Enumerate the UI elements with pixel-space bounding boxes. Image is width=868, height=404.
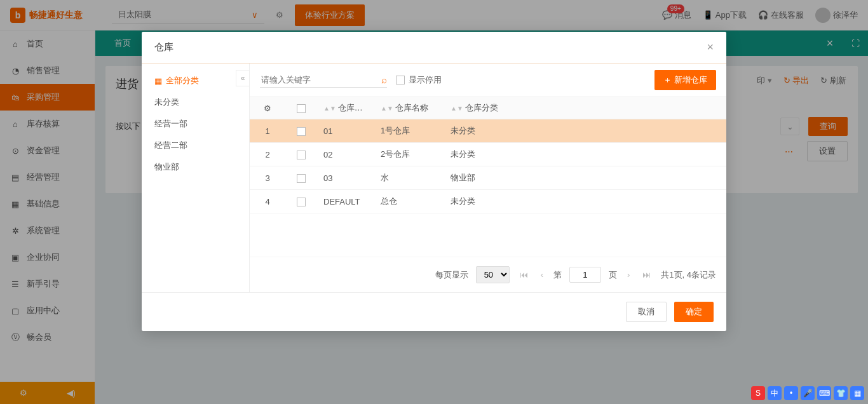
row-code: 02 xyxy=(317,143,374,166)
modal-overlay: 仓库 × « ▦全部分类 未分类 经营一部 经营二部 物业部 ⌕ xyxy=(0,0,868,404)
sort-icon: ▲▼ xyxy=(381,105,393,112)
table-row[interactable]: 1 01 1号仓库 未分类 xyxy=(250,119,726,143)
table-header-row: ⚙ ▲▼仓库… ▲▼仓库名称 ▲▼仓库分类 xyxy=(250,97,726,119)
collapse-left-icon[interactable]: « xyxy=(236,70,250,86)
ime-key-icon[interactable]: • xyxy=(784,386,798,400)
search-icon[interactable]: ⌕ xyxy=(381,74,387,85)
per-page-select[interactable]: 50 xyxy=(476,266,510,283)
page-prefix: 第 xyxy=(553,269,562,281)
row-checkbox[interactable] xyxy=(285,190,317,213)
ime-key-icon[interactable]: 中 xyxy=(768,386,782,400)
row-name: 总仓 xyxy=(374,190,444,213)
category-item[interactable]: 经营二部 xyxy=(142,135,249,156)
row-code: 03 xyxy=(317,166,374,190)
add-warehouse-button[interactable]: ＋ 新增仓库 xyxy=(654,70,716,90)
row-checkbox[interactable] xyxy=(285,119,317,143)
ime-toolbar: S 中 • 🎤 ⌨ 👕 ▦ xyxy=(751,386,864,400)
row-category: 未分类 xyxy=(444,190,726,213)
sort-icon: ▲▼ xyxy=(451,105,463,112)
table-row[interactable]: 4 DEFAULT 总仓 未分类 xyxy=(250,190,726,213)
warehouse-table: ⚙ ▲▼仓库… ▲▼仓库名称 ▲▼仓库分类 1 01 1号仓库 xyxy=(250,97,726,213)
pager-summary: 共1页, 4条记录 xyxy=(661,269,716,281)
warehouse-modal: 仓库 × « ▦全部分类 未分类 经营一部 经营二部 物业部 ⌕ xyxy=(142,32,726,331)
category-all[interactable]: ▦全部分类 xyxy=(142,70,249,91)
row-category: 未分类 xyxy=(444,143,726,166)
row-category: 未分类 xyxy=(444,119,726,143)
show-disabled-checkbox[interactable]: 显示停用 xyxy=(396,74,442,86)
category-item[interactable]: 物业部 xyxy=(142,156,249,178)
row-category: 物业部 xyxy=(444,166,726,190)
table-toolbar: ⌕ 显示停用 ＋ 新增仓库 xyxy=(250,70,726,97)
table-row[interactable]: 3 03 水 物业部 xyxy=(250,166,726,190)
table-row[interactable]: 2 02 2号仓库 未分类 xyxy=(250,143,726,166)
ime-mic-icon[interactable]: 🎤 xyxy=(801,386,815,400)
modal-title: 仓库 xyxy=(154,41,173,53)
col-code[interactable]: ▲▼仓库… xyxy=(317,97,374,119)
prev-page-icon[interactable]: ‹ xyxy=(538,270,546,279)
checkbox-icon xyxy=(396,76,405,84)
row-name: 1号仓库 xyxy=(374,119,444,143)
row-index: 3 xyxy=(250,166,285,190)
per-page-label: 每页显示 xyxy=(435,269,468,281)
search-box: ⌕ xyxy=(260,72,387,88)
page-suffix: 页 xyxy=(609,269,617,281)
row-index: 2 xyxy=(250,143,285,166)
grid-icon: ▦ xyxy=(154,76,162,86)
col-checkbox[interactable] xyxy=(285,97,317,119)
modal-footer: 取消 确定 xyxy=(142,292,726,331)
next-page-icon[interactable]: › xyxy=(625,270,632,279)
row-name: 2号仓库 xyxy=(374,143,444,166)
first-page-icon[interactable]: ⏮ xyxy=(517,270,531,279)
col-name[interactable]: ▲▼仓库名称 xyxy=(374,97,444,119)
category-pane: « ▦全部分类 未分类 经营一部 经营二部 物业部 xyxy=(142,64,250,292)
search-input[interactable] xyxy=(260,72,381,87)
ok-button[interactable]: 确定 xyxy=(674,302,714,322)
row-checkbox[interactable] xyxy=(285,166,317,190)
row-index: 1 xyxy=(250,119,285,143)
category-item[interactable]: 经营一部 xyxy=(142,113,249,135)
last-page-icon[interactable]: ⏭ xyxy=(640,270,653,279)
ime-sogou-icon[interactable]: S xyxy=(751,386,765,400)
col-gear[interactable]: ⚙ xyxy=(250,97,285,119)
category-item[interactable]: 未分类 xyxy=(142,91,249,113)
col-category[interactable]: ▲▼仓库分类 xyxy=(444,97,726,119)
ime-more-icon[interactable]: ▦ xyxy=(850,386,864,400)
sort-icon: ▲▼ xyxy=(323,105,336,112)
row-checkbox[interactable] xyxy=(285,143,317,166)
row-name: 水 xyxy=(374,166,444,190)
modal-header: 仓库 × xyxy=(142,32,726,64)
row-code: DEFAULT xyxy=(317,190,374,213)
row-code: 01 xyxy=(317,119,374,143)
page-input[interactable] xyxy=(569,267,601,283)
cancel-button[interactable]: 取消 xyxy=(626,302,667,322)
ime-skin-icon[interactable]: 👕 xyxy=(834,386,848,400)
row-index: 4 xyxy=(250,190,285,213)
pager: 每页显示 50 ⏮ ‹ 第 页 › ⏭ 共1页, 4条记录 xyxy=(250,257,726,292)
ime-keyboard-icon[interactable]: ⌨ xyxy=(817,386,831,400)
close-icon[interactable]: × xyxy=(707,41,714,54)
table-pane: ⌕ 显示停用 ＋ 新增仓库 ⚙ ▲▼仓库… ▲▼仓库名称 xyxy=(250,64,726,292)
